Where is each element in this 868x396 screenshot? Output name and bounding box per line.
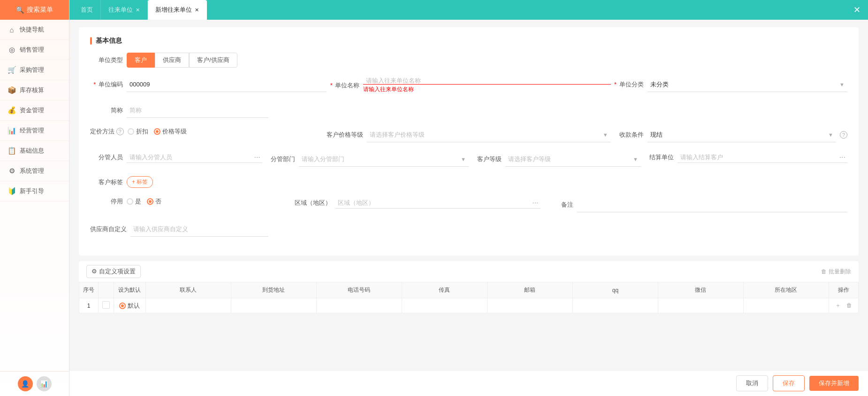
manager-input[interactable] — [127, 152, 252, 163]
row-wechat[interactable] — [658, 298, 743, 313]
row-qq[interactable] — [572, 298, 658, 313]
save-button[interactable]: 保存 — [773, 375, 805, 391]
sidebar-item-purchase[interactable]: 🛒 采购管理 — [0, 60, 69, 80]
row-default-label: 默认 — [128, 302, 140, 310]
short-name-input[interactable] — [127, 103, 268, 118]
disable-yes-radio[interactable] — [127, 198, 133, 205]
sidebar-item-sales[interactable]: ◎ 销售管理 — [0, 40, 69, 60]
department-group: 分管部门 请输入分管部门 ▼ — [262, 152, 469, 167]
row-region[interactable] — [743, 298, 829, 313]
short-name-row: 简称 — [90, 103, 847, 118]
department-select[interactable]: 请输入分管部门 ▼ — [299, 152, 469, 167]
remarks-label: 备注 — [541, 201, 573, 209]
sidebar-item-operations[interactable]: 📊 经营管理 — [0, 121, 69, 141]
row-qq-input[interactable] — [576, 303, 655, 309]
unit-name-input[interactable] — [363, 77, 610, 85]
custom-settings-button[interactable]: ⚙ 自定义项设置 — [86, 265, 141, 278]
sidebar-search[interactable]: 🔍 搜索菜单 — [0, 0, 69, 20]
sidebar-item-finance[interactable]: 💰 资金管理 — [0, 101, 69, 121]
settlement-unit-more-icon[interactable]: ··· — [838, 153, 847, 162]
pricing-level-radio[interactable] — [154, 128, 160, 135]
table-section: ⚙ 自定义项设置 🗑 批量删除 序号 设为默认 联系人 到货地址 电话号码 传真 — [79, 261, 859, 313]
payment-terms-value: 现结 — [650, 131, 662, 139]
payment-terms-arrow: ▼ — [828, 132, 833, 138]
table-toolbar: ⚙ 自定义项设置 🗑 批量删除 — [79, 261, 859, 282]
sidebar-item-inventory[interactable]: 📦 库存核算 — [0, 80, 69, 101]
remarks-input[interactable] — [577, 197, 847, 212]
row-region-input[interactable] — [746, 303, 826, 309]
batch-delete-icon: 🗑 — [821, 268, 827, 275]
row-phone-input[interactable] — [320, 303, 399, 309]
disable-no-radio[interactable] — [147, 198, 153, 205]
unit-category-label: * 单位分类 — [611, 80, 644, 89]
sidebar-bottom-btn2[interactable]: 📊 — [37, 376, 52, 391]
row-actions: ＋ 🗑 — [829, 298, 858, 313]
unit-code-input[interactable] — [127, 77, 327, 92]
customer-level-placeholder: 请选择客户等级 — [508, 155, 551, 163]
purchase-icon: 🛒 — [8, 66, 16, 74]
tab-new-partner-close[interactable]: ✕ — [195, 7, 199, 13]
pricing-discount-radio[interactable] — [128, 128, 134, 135]
sidebar-bottom-btn[interactable]: 👤 — [18, 376, 33, 391]
disable-no[interactable]: 否 — [147, 197, 161, 206]
unit-type-customer[interactable]: 客户 — [127, 53, 155, 68]
payment-terms-select[interactable]: 现结 ▼ — [647, 127, 836, 142]
sidebar-item-guide[interactable]: 🔰 新手引导 — [0, 181, 69, 202]
contacts-table: 序号 设为默认 联系人 到货地址 电话号码 传真 邮箱 qq 微信 所在地区 操… — [79, 282, 859, 313]
add-tag-button[interactable]: + 标签 — [127, 176, 153, 188]
unit-type-supplier[interactable]: 供应商 — [155, 53, 189, 68]
row-email[interactable] — [487, 298, 572, 313]
payment-terms-group: 收款条件 现结 ▼ ? — [611, 127, 847, 142]
unit-category-group: * 单位分类 未分类 ▼ — [611, 77, 847, 92]
row-default-radio[interactable]: 默认 — [119, 302, 140, 310]
tab-partner-close[interactable]: ✕ — [136, 7, 140, 13]
unit-type-both[interactable]: 客户/供应商 — [189, 53, 237, 68]
main-area: 首页 往来单位 ✕ 新增往来单位 ✕ ✕ 基本信息 单位类型 客 — [69, 0, 868, 396]
region-more-icon[interactable]: ··· — [530, 199, 540, 207]
sidebar-item-basic-info[interactable]: 📋 基础信息 — [0, 141, 69, 161]
cancel-button[interactable]: 取消 — [736, 375, 768, 391]
customer-level-select[interactable]: 请选择客户等级 ▼ — [505, 152, 641, 167]
manager-more-icon[interactable]: ··· — [252, 153, 262, 162]
row-address-input[interactable] — [234, 303, 313, 309]
table-row: 1 默认 — [79, 298, 859, 313]
pricing-help-icon[interactable]: ? — [116, 128, 124, 135]
tab-home[interactable]: 首页 — [73, 0, 101, 20]
row-contact-input[interactable] — [149, 303, 228, 309]
row-email-input[interactable] — [490, 303, 570, 309]
tab-new-partner[interactable]: 新增往来单位 ✕ — [148, 0, 207, 20]
row-phone[interactable] — [316, 298, 402, 313]
disable-yes[interactable]: 是 — [127, 197, 141, 206]
row-wechat-input[interactable] — [661, 303, 740, 309]
row-contact[interactable] — [145, 298, 231, 313]
sidebar-item-quick-nav[interactable]: ⌂ 快捷导航 — [0, 20, 69, 40]
region-input[interactable] — [335, 197, 530, 208]
unit-category-select[interactable]: 未分类 ▼ — [647, 77, 847, 92]
batch-delete-button[interactable]: 🗑 批量删除 — [821, 268, 851, 276]
tab-bar-close-btn[interactable]: ✕ — [850, 5, 864, 15]
sidebar-item-system[interactable]: ⚙ 系统管理 — [0, 161, 69, 181]
tab-partner-label: 往来单位 — [108, 6, 133, 14]
payment-terms-help-icon[interactable]: ? — [840, 131, 847, 139]
row-checkbox[interactable] — [99, 298, 114, 313]
section-bar — [90, 37, 92, 45]
tab-partner[interactable]: 往来单位 ✕ — [101, 0, 148, 20]
row-checkbox-input[interactable] — [102, 301, 110, 309]
row-fax-input[interactable] — [405, 303, 484, 309]
row-fax[interactable] — [402, 298, 487, 313]
unit-category-required: * — [614, 81, 617, 88]
sidebar-item-label: 资金管理 — [20, 106, 44, 115]
settlement-unit-input[interactable] — [678, 152, 838, 163]
supplier-custom-input[interactable] — [130, 222, 268, 237]
row-add-icon[interactable]: ＋ — [835, 302, 841, 309]
pricing-level[interactable]: 价格等级 — [154, 127, 187, 136]
unit-type-group-wrapper: 单位类型 客户 供应商 客户/供应商 — [90, 53, 847, 68]
supplier-custom-group: 供应商自定义 — [90, 222, 268, 237]
pricing-discount[interactable]: 折扣 — [128, 127, 148, 136]
customer-price-level-select[interactable]: 请选择客户价格等级 ▼ — [367, 127, 610, 142]
system-icon: ⚙ — [8, 167, 16, 175]
row-delete-icon[interactable]: 🗑 — [846, 302, 852, 309]
save-new-button[interactable]: 保存并新增 — [809, 376, 859, 391]
row-default-dot[interactable] — [119, 303, 126, 309]
row-address[interactable] — [231, 298, 316, 313]
